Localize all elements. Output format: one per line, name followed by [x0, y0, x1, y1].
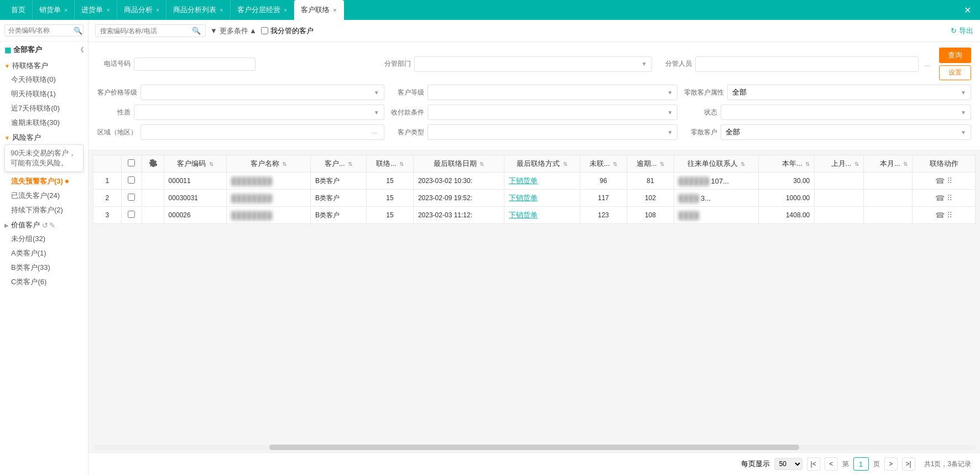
sidebar-group-risk[interactable]: ▼ 风险客户 — [0, 130, 88, 144]
last-method-link[interactable]: 下销货单 — [509, 194, 538, 202]
close-icon[interactable]: × — [106, 7, 110, 13]
sidebar-item-churned[interactable]: 已流失客户(24) — [0, 189, 88, 203]
scrollbar-thumb[interactable] — [269, 445, 799, 450]
filter-zero-attr: 零散客户属性 全部 ▼ — [684, 85, 971, 100]
horizontal-scrollbar[interactable] — [93, 445, 976, 450]
sidebar-all-customers[interactable]: ▦ 全部客户 《 — [0, 41, 88, 58]
contact-icon[interactable]: ☎ — [935, 211, 945, 220]
col-thisyear-header[interactable]: 本年... ⇅ — [759, 155, 815, 173]
tab-customer-tier[interactable]: 客户分层经营 × — [231, 0, 294, 20]
sidebar-item-today[interactable]: 今天待联络(0) — [0, 72, 88, 87]
phone-input[interactable] — [134, 58, 256, 71]
region-select[interactable]: ··· — [140, 124, 384, 140]
sidebar-item-b-class[interactable]: B类客户(33) — [0, 260, 88, 275]
col-action-header: 联络动作 — [913, 155, 976, 173]
chevron-down-icon: ▶ — [4, 222, 9, 228]
close-icon[interactable]: × — [333, 7, 336, 13]
tab-product-analysis[interactable]: 商品分析 × — [117, 0, 166, 20]
sidebar-item-tomorrow[interactable]: 明天待联络(1) — [0, 87, 88, 101]
refresh-icon[interactable]: ↺ — [42, 221, 48, 229]
last-method-link[interactable]: 下销货单 — [509, 176, 538, 185]
row-action: ☎ ⠿ — [913, 207, 976, 224]
edit-icon[interactable]: ✎ — [49, 221, 55, 229]
per-page-select[interactable]: 50 100 200 — [774, 458, 802, 470]
col-unlinked-header[interactable]: 未联... ⇅ — [580, 155, 627, 173]
sidebar-item-overdue[interactable]: 逾期未联络(30) — [0, 116, 88, 130]
row-contact: 15 — [367, 190, 414, 207]
person-select[interactable] — [695, 56, 919, 72]
sidebar-group-pending[interactable]: ▼ 待联络客户 — [0, 58, 88, 72]
more-action-icon[interactable]: ⠿ — [947, 211, 952, 220]
row-type: B类客户 — [310, 173, 366, 190]
sidebar-item-ungroup[interactable]: 未分组(32) — [0, 232, 88, 246]
sidebar-item-declining[interactable]: 持续下滑客户(2) — [0, 203, 88, 217]
close-icon[interactable]: × — [64, 7, 67, 13]
tab-customer-contact[interactable]: 客户联络 × — [294, 0, 343, 20]
row-num: 3 — [93, 207, 122, 224]
window-close-icon[interactable]: ✕ — [960, 5, 976, 15]
price-level-select[interactable]: ▼ — [140, 85, 384, 100]
main-layout: 🔍 ▦ 全部客户 《 ▼ 待联络客户 今天待联络(0) 明天待联络(1) 近7天… — [0, 20, 980, 475]
more-action-icon[interactable]: ⠿ — [947, 194, 952, 202]
more-conditions-btn[interactable]: ▼ 更多条件 ▲ — [210, 26, 257, 36]
close-icon[interactable]: × — [156, 7, 159, 13]
next-page-btn[interactable]: > — [884, 457, 898, 471]
contact-icon[interactable]: ☎ — [935, 176, 945, 185]
close-icon[interactable]: × — [220, 7, 223, 13]
query-button[interactable]: 查询 — [939, 48, 971, 63]
row-checkbox[interactable] — [128, 176, 135, 184]
col-type-header[interactable]: 客户... ⇅ — [310, 155, 366, 173]
prev-page-btn[interactable]: < — [825, 457, 838, 471]
col-date-header[interactable]: 最后联络日期 ⇅ — [413, 155, 504, 173]
col-overdue-header[interactable]: 逾期... ⇅ — [627, 155, 674, 173]
col-settings-header[interactable] — [142, 155, 164, 173]
person-more-icon[interactable]: ... — [922, 60, 932, 68]
tab-sales-order[interactable]: 销货单 × — [33, 0, 75, 20]
last-method-link[interactable]: 下销货单 — [509, 211, 538, 219]
sort-icon: ⇅ — [903, 161, 908, 167]
close-icon[interactable]: × — [284, 7, 287, 13]
tab-purchase-order[interactable]: 进货单 × — [75, 0, 117, 20]
col-method-header[interactable]: 最后联络方式 ⇅ — [504, 155, 580, 173]
customer-type-select[interactable]: ▼ — [428, 124, 678, 140]
col-person-header[interactable]: 往来单位联系人 ⇅ — [674, 155, 758, 173]
row-checkbox[interactable] — [128, 211, 135, 218]
status-select[interactable]: ▼ — [721, 105, 971, 120]
my-customers-checkbox[interactable] — [261, 27, 268, 34]
pagination: 每页显示 50 100 200 |< < 第 1 页 > >| 共1页，3条记录 — [88, 452, 980, 475]
search-input[interactable] — [100, 27, 192, 35]
region-more-icon[interactable]: ··· — [369, 128, 379, 137]
nature-select[interactable]: ▼ — [134, 105, 384, 120]
zero-customer-select[interactable]: 全部 ▼ — [721, 124, 971, 140]
export-btn[interactable]: ↻ 导出 — [951, 26, 973, 36]
sidebar-item-c-class[interactable]: C类客户(6) — [0, 275, 88, 289]
more-action-icon[interactable]: ⠿ — [947, 176, 952, 185]
sidebar-group-value[interactable]: ▶ 价值客户 ↺ ✎ — [0, 217, 88, 232]
warning-dot-icon — [65, 180, 69, 183]
col-lastmonth-header[interactable]: 上月... ⇅ — [815, 155, 863, 173]
tab-home[interactable]: 首页 — [4, 0, 33, 20]
sidebar-item-7days[interactable]: 近7天待联络(0) — [0, 101, 88, 116]
last-page-btn[interactable]: >| — [902, 457, 915, 471]
export-icon: ↻ — [951, 27, 957, 35]
col-thismonth-header[interactable]: 本月... ⇅ — [863, 155, 912, 173]
zero-attr-select[interactable]: 全部 ▼ — [727, 85, 971, 100]
sidebar-item-churn-warning[interactable]: 流失预警客户(3) — [0, 174, 88, 189]
dept-select[interactable]: ▼ — [414, 56, 651, 72]
row-checkbox[interactable] — [128, 194, 135, 201]
customer-level-select[interactable]: ▼ — [428, 85, 678, 100]
sort-icon: ⇅ — [282, 161, 286, 167]
col-code-header[interactable]: 客户编码 ⇅ — [164, 155, 227, 173]
first-page-btn[interactable]: |< — [807, 457, 820, 471]
tab-product-analysis-list[interactable]: 商品分析列表 × — [166, 0, 230, 20]
contact-icon[interactable]: ☎ — [935, 194, 945, 202]
sidebar-collapse-icon[interactable]: 《 — [77, 46, 84, 54]
select-all-checkbox[interactable] — [128, 159, 135, 166]
sidebar-item-a-class[interactable]: A类客户(1) — [0, 246, 88, 260]
payment-select[interactable]: ▼ — [428, 105, 678, 120]
search-icon[interactable]: 🔍 — [192, 27, 201, 35]
sidebar-search-input[interactable] — [4, 24, 84, 36]
col-contact-header[interactable]: 联络... ⇅ — [367, 155, 414, 173]
col-name-header[interactable]: 客户名称 ⇅ — [227, 155, 311, 173]
settings-button[interactable]: 设置 — [939, 65, 971, 80]
